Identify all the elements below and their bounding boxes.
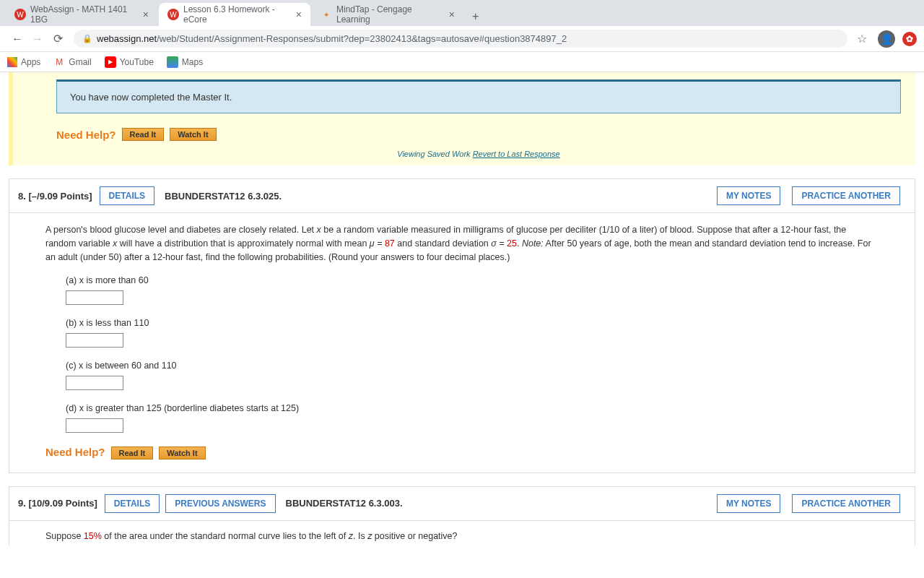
bookmark-label: Apps [21, 57, 40, 67]
back-button[interactable]: ← [7, 33, 27, 46]
question-number: 8. [–/9.09 Points] [18, 191, 92, 202]
star-icon[interactable]: ☆ [853, 30, 871, 48]
question-9: 9. [10/9.09 Points] DETAILS PREVIOUS ANS… [9, 486, 915, 545]
answer-input-d[interactable] [66, 418, 123, 433]
saved-work-status: Viewing Saved Work Revert to Last Respon… [56, 150, 901, 158]
browser-tabs: W WebAssign - MATH 1401 1BG × W Lesson 6… [0, 0, 924, 26]
tab-webassign[interactable]: W WebAssign - MATH 1401 1BG × [6, 3, 157, 26]
bookmarks-bar: Apps M Gmail ▶ YouTube Maps [0, 52, 924, 72]
tab-label: Lesson 6.3 Homework - eCore [183, 4, 290, 25]
question-header: 9. [10/9.09 Points] DETAILS PREVIOUS ANS… [9, 487, 915, 521]
my-notes-button[interactable]: MY NOTES [717, 494, 780, 513]
question-number: 9. [10/9.09 Points] [18, 498, 97, 509]
read-it-button[interactable]: Read It [111, 447, 154, 460]
practice-another-button[interactable]: PRACTICE ANOTHER [792, 186, 900, 205]
master-message: You have now completed the Master It. [70, 92, 232, 103]
sub-question-d: (d) x is greater than 125 (borderline di… [66, 402, 879, 433]
sub-q-label: (a) x is more than 60 [66, 274, 879, 288]
url-domain: webassign.net [97, 33, 157, 44]
youtube-bookmark[interactable]: ▶ YouTube [105, 56, 154, 68]
favicon-lesson: W [167, 9, 179, 20]
maps-icon [167, 56, 178, 68]
sub-question-c: (c) x is between 60 and 110 [66, 359, 879, 390]
sub-q-label: (c) x is between 60 and 110 [66, 359, 879, 373]
url-path: /web/Student/Assignment-Responses/submit… [157, 33, 567, 44]
forward-button[interactable]: → [27, 33, 48, 46]
tab-label: WebAssign - MATH 1401 1BG [30, 4, 137, 25]
answer-input-a[interactable] [66, 290, 123, 305]
sub-q-label: (b) x is less than 110 [66, 316, 879, 330]
close-icon[interactable]: × [143, 9, 149, 20]
question-header: 8. [–/9.09 Points] DETAILS BBUNDERSTAT12… [9, 179, 915, 213]
details-button[interactable]: DETAILS [100, 186, 154, 205]
practice-another-button[interactable]: PRACTICE ANOTHER [792, 494, 900, 513]
revert-link[interactable]: Revert to Last Response [473, 150, 560, 158]
question-title: BBUNDERSTAT12 6.3.025. [165, 191, 282, 202]
saved-prefix: Viewing Saved Work [397, 150, 472, 158]
youtube-icon: ▶ [105, 56, 116, 68]
lock-icon: 🔒 [82, 34, 92, 43]
details-button[interactable]: DETAILS [105, 494, 160, 513]
master-section: You have now completed the Master It. Ne… [9, 72, 915, 165]
favicon-webassign: W [14, 9, 26, 20]
master-complete-box: You have now completed the Master It. [56, 79, 901, 113]
tab-label: MindTap - Cengage Learning [336, 4, 443, 25]
bookmark-label: YouTube [120, 57, 154, 67]
my-notes-button[interactable]: MY NOTES [717, 186, 780, 205]
nav-bar: ← → ⟳ 🔒 webassign.net/web/Student/Assign… [0, 26, 924, 52]
apps-icon [7, 57, 17, 67]
bookmark-label: Gmail [69, 57, 91, 67]
answer-input-b[interactable] [66, 333, 123, 348]
answer-input-c[interactable] [66, 376, 123, 390]
tab-mindtap[interactable]: ✦ MindTap - Cengage Learning × [312, 3, 463, 26]
need-help-label: Need Help? [56, 129, 116, 141]
favicon-mindtap: ✦ [321, 9, 332, 20]
gmail-bookmark[interactable]: M Gmail [53, 56, 91, 68]
question-text: A person's blood glucose level and diabe… [45, 223, 879, 264]
new-tab-button[interactable]: + [465, 7, 486, 26]
sub-q-label: (d) x is greater than 125 (borderline di… [66, 402, 879, 415]
watch-it-button[interactable]: Watch It [159, 447, 205, 460]
maps-bookmark[interactable]: Maps [167, 56, 203, 68]
watch-it-button[interactable]: Watch It [170, 128, 216, 141]
sub-question-b: (b) x is less than 110 [66, 316, 879, 348]
apps-button[interactable]: Apps [7, 57, 40, 67]
sub-question-a: (a) x is more than 60 [66, 274, 879, 305]
close-icon[interactable]: × [296, 9, 302, 20]
read-it-button[interactable]: Read It [122, 128, 165, 141]
question-8: 8. [–/9.09 Points] DETAILS BBUNDERSTAT12… [9, 178, 915, 473]
tab-lesson[interactable]: W Lesson 6.3 Homework - eCore × [159, 3, 310, 26]
gmail-icon: M [53, 56, 65, 68]
previous-answers-button[interactable]: PREVIOUS ANSWERS [165, 494, 275, 513]
reload-button[interactable]: ⟳ [48, 32, 68, 46]
close-icon[interactable]: × [449, 9, 455, 20]
bookmark-label: Maps [182, 57, 203, 67]
need-help-label: Need Help? [45, 444, 105, 461]
question-title: BBUNDERSTAT12 6.3.003. [286, 498, 403, 509]
extension-icon[interactable]: ✿ [902, 32, 917, 46]
question-text: Suppose 15% of the area under the standa… [9, 521, 915, 545]
url-bar[interactable]: 🔒 webassign.net/web/Student/Assignment-R… [74, 30, 847, 48]
avatar[interactable]: 👤 [878, 30, 895, 48]
